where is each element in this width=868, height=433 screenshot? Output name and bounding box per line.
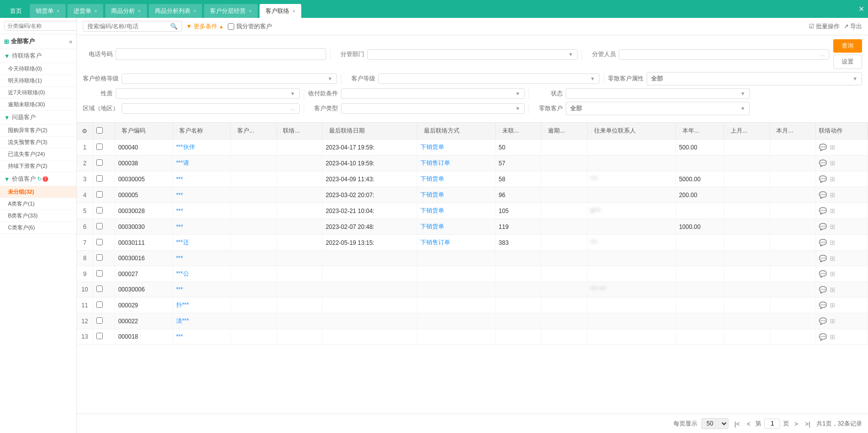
cell-name[interactable]: *** <box>173 203 231 219</box>
status-select[interactable]: ▼ <box>566 88 750 99</box>
per-page-select[interactable]: 50 100 200 <box>701 418 729 429</box>
qr-icon[interactable]: ⊞ <box>830 207 835 215</box>
row-checkbox[interactable] <box>96 191 103 198</box>
person-select[interactable]: … <box>619 49 829 60</box>
row-checkbox[interactable] <box>96 270 103 277</box>
qr-icon[interactable]: ⊞ <box>830 191 835 199</box>
batch-ops-btn[interactable]: ☑ 批量操作 <box>809 22 840 31</box>
chat-icon[interactable]: 💬 <box>819 333 827 341</box>
chat-icon[interactable]: 💬 <box>819 207 827 215</box>
sidebar-item-class-a[interactable]: A类客户(1) <box>0 198 76 210</box>
qr-icon[interactable]: ⊞ <box>830 144 835 151</box>
cell-name[interactable]: *** <box>173 329 231 345</box>
price-level-select[interactable]: ▼ <box>122 73 337 84</box>
method-link[interactable]: 下销货单 <box>420 223 444 230</box>
gender-select[interactable]: ▼ <box>116 88 300 99</box>
last-page-btn[interactable]: >| <box>803 419 812 429</box>
sidebar-collapse-icon[interactable]: « <box>69 38 72 45</box>
first-page-btn[interactable]: |< <box>733 419 742 429</box>
row-checkbox[interactable] <box>96 207 103 214</box>
sidebar-group-problem[interactable]: ▼ 问题客户 <box>0 111 76 125</box>
cell-name[interactable]: *** <box>173 251 231 266</box>
th-no-contact[interactable]: :未联... <box>495 123 541 140</box>
dept-select[interactable]: ▼ <box>367 49 578 60</box>
th-name[interactable]: :客户名称 <box>173 123 231 140</box>
tab-product-analysis-close[interactable]: × <box>138 8 141 14</box>
tab-purchase-close[interactable]: × <box>94 8 97 14</box>
row-checkbox[interactable] <box>96 317 103 324</box>
method-link[interactable]: 下销货单 <box>420 144 444 150</box>
prev-page-btn[interactable]: < <box>745 419 753 429</box>
row-checkbox[interactable] <box>96 286 103 292</box>
cell-checkbox[interactable] <box>93 235 115 251</box>
sidebar-item-today[interactable]: 今天待联络(0) <box>0 63 76 75</box>
th-overdue[interactable]: :逾期... <box>541 123 587 140</box>
cell-checkbox[interactable] <box>93 155 115 171</box>
cell-checkbox[interactable] <box>93 329 115 345</box>
row-checkbox[interactable] <box>96 254 103 261</box>
chat-icon[interactable]: 💬 <box>819 191 827 199</box>
sidebar-item-declining[interactable]: 持续下滑客户(2) <box>0 160 76 172</box>
page-input[interactable] <box>764 419 780 429</box>
sidebar-group-pending[interactable]: ▼ 待联络客户 <box>0 49 76 63</box>
chat-icon[interactable]: 💬 <box>819 301 827 309</box>
my-customers-label[interactable]: 我分管的客户 <box>228 22 272 31</box>
th-contact[interactable]: :联络... <box>276 123 322 140</box>
cell-name[interactable]: ***伙伴 <box>173 140 231 155</box>
cell-name[interactable]: 扑*** <box>173 297 231 313</box>
qr-icon[interactable]: ⊞ <box>830 239 835 246</box>
row-checkbox[interactable] <box>96 175 103 182</box>
refresh-icon[interactable]: ↻ <box>37 176 42 182</box>
sidebar-group-value[interactable]: ▼ 价值客户 ↻ ! <box>0 172 76 186</box>
qr-icon[interactable]: ⊞ <box>830 159 835 167</box>
row-checkbox[interactable] <box>96 333 103 339</box>
chat-icon[interactable]: 💬 <box>819 286 827 293</box>
search-icon[interactable]: 🔍 <box>170 23 178 30</box>
th-settings[interactable]: ⚙ <box>77 123 93 140</box>
phone-input[interactable] <box>116 48 326 60</box>
sidebar-item-ungrp[interactable]: 未分组(32) <box>0 186 76 198</box>
select-all-checkbox[interactable] <box>96 127 103 134</box>
method-link[interactable]: 下销售订单 <box>420 239 450 246</box>
sidebar-item-7days[interactable]: 近7天待联络(0) <box>0 87 76 99</box>
reset-btn[interactable]: 设置 <box>833 55 862 69</box>
all-customers-header[interactable]: ⊞ 全部客户 « <box>0 34 76 49</box>
qr-icon[interactable]: ⊞ <box>830 175 835 183</box>
qr-icon[interactable]: ⊞ <box>830 301 835 309</box>
cell-checkbox[interactable] <box>93 297 115 313</box>
payment-select[interactable]: ▼ <box>341 88 525 99</box>
qr-icon[interactable]: ⊞ <box>830 255 835 262</box>
chat-icon[interactable]: 💬 <box>819 223 827 230</box>
retail-customer-select[interactable]: 全部 ▼ <box>566 102 750 115</box>
row-checkbox[interactable] <box>96 144 103 150</box>
row-checkbox[interactable] <box>96 223 103 229</box>
sidebar-item-abnormal[interactable]: 囤购异常客户(2) <box>0 125 76 137</box>
th-checkbox[interactable] <box>93 123 115 140</box>
method-link[interactable]: 下销售订单 <box>420 159 450 166</box>
th-type[interactable]: :客户... <box>231 123 276 140</box>
retail-attr-select[interactable]: 全部 ▼ <box>647 72 862 85</box>
chat-icon[interactable]: 💬 <box>819 175 827 183</box>
cell-checkbox[interactable] <box>93 266 115 282</box>
qr-icon[interactable]: ⊞ <box>830 270 835 278</box>
cell-checkbox[interactable] <box>93 203 115 219</box>
cell-checkbox[interactable] <box>93 313 115 329</box>
th-last-month[interactable]: :上月... <box>724 123 770 140</box>
chat-icon[interactable]: 💬 <box>819 317 827 325</box>
tab-product-analysis-list[interactable]: 商品分析列表 × <box>149 4 202 18</box>
chat-icon[interactable]: 💬 <box>819 144 827 151</box>
chat-icon[interactable]: 💬 <box>819 239 827 246</box>
qr-icon[interactable]: ⊞ <box>830 333 835 341</box>
cell-checkbox[interactable] <box>93 219 115 235</box>
tab-sales[interactable]: 销货单 × <box>30 4 66 18</box>
cell-name[interactable]: *** <box>173 171 231 187</box>
my-customers-checkbox[interactable] <box>228 23 234 30</box>
tab-product-analysis-list-close[interactable]: × <box>194 8 197 14</box>
chat-icon[interactable]: 💬 <box>819 159 827 167</box>
sidebar-item-class-b[interactable]: B类客户(33) <box>0 210 76 222</box>
sidebar-item-class-c[interactable]: C类客户(6) <box>0 222 76 234</box>
method-link[interactable]: 下销货单 <box>420 191 444 198</box>
customer-level-select[interactable]: ▼ <box>378 73 600 84</box>
method-link[interactable]: 下销货单 <box>420 175 444 182</box>
th-last-method[interactable]: :最后联络方式 <box>417 123 496 140</box>
